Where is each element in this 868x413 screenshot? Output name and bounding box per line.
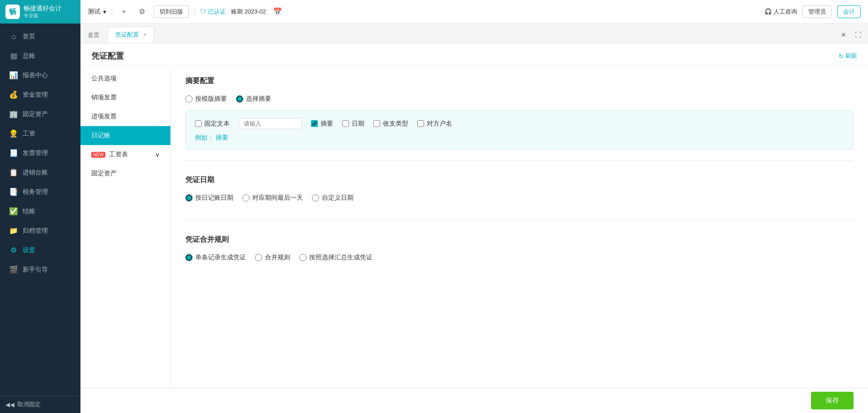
sidebar-item-invoice[interactable]: 🧾 发票管理 <box>0 143 80 163</box>
checkbox-counterparty[interactable] <box>417 120 424 127</box>
date-option-diary[interactable]: 按日记账日期 <box>185 194 233 202</box>
sidebar-item-archive[interactable]: 📁 归档管理 <box>0 221 80 240</box>
certified-badge: 🛡 已认证 <box>200 8 226 16</box>
pin-left-icon: ◀◀ <box>5 401 14 408</box>
sales-icon: 📋 <box>9 168 18 177</box>
bottom-bar: 保存 <box>80 388 868 413</box>
checkbox-summary[interactable] <box>311 120 318 127</box>
option-fixed-text[interactable]: 固定文本 <box>195 120 230 128</box>
option-counterparty[interactable]: 对方户名 <box>417 120 452 128</box>
add-button[interactable]: + <box>118 5 130 18</box>
date-section: 凭证日期 按日记账日期 对应期间最后一天 自定义日期 <box>185 175 854 221</box>
merge-title: 凭证合并规则 <box>185 235 854 244</box>
date-radio-group: 按日记账日期 对应期间最后一天 自定义日期 <box>185 194 854 202</box>
sidebar-label-payroll: 工资 <box>23 130 35 138</box>
option-date[interactable]: 日期 <box>342 120 364 128</box>
fullscreen-icon[interactable]: ⛶ <box>852 28 864 41</box>
sidebar-label-assets: 固定资产 <box>23 110 48 118</box>
tab-home[interactable]: 首页 <box>80 28 107 43</box>
merge-radio-summary[interactable] <box>299 254 307 261</box>
left-nav-diary[interactable]: 日记账 <box>80 126 170 145</box>
merge-option-summary[interactable]: 按照选择汇总生成凭证 <box>299 253 373 262</box>
left-nav-purchase-label: 进项发票 <box>91 113 117 120</box>
left-nav-payroll[interactable]: NEW 工资表 ∨ <box>80 145 170 164</box>
logo-icon: 畅 <box>5 5 20 19</box>
sidebar-item-assets[interactable]: 🏢 固定资产 <box>0 104 80 124</box>
assets-icon: 🏢 <box>9 110 18 118</box>
tab-home-label: 首页 <box>88 32 99 38</box>
close-period-icon: ✅ <box>9 207 18 216</box>
old-version-button[interactable]: 切到旧版 <box>154 5 189 18</box>
checkbox-fixed-text[interactable] <box>195 120 202 127</box>
summary-option-template[interactable]: 按模版摘要 <box>185 95 227 103</box>
close-tab-icon[interactable]: ✕ <box>837 28 850 41</box>
option-summary[interactable]: 摘要 <box>311 120 333 128</box>
invoice-icon: 🧾 <box>9 149 18 157</box>
left-nav-public[interactable]: 公共选项 <box>80 69 170 88</box>
sidebar-item-guide[interactable]: 🎬 新手引导 <box>0 260 80 279</box>
sidebar-item-sales[interactable]: 📋 进销台账 <box>0 163 80 182</box>
left-nav-assets-label: 固定资产 <box>91 169 117 177</box>
sidebar-item-close[interactable]: ✅ 结账 <box>0 202 80 221</box>
merge-summary-label: 按照选择汇总生成凭证 <box>309 253 373 262</box>
certified-label: 已认证 <box>208 8 226 16</box>
fixed-text-input[interactable] <box>239 118 302 129</box>
shield-icon: 🛡 <box>200 8 206 15</box>
sidebar-bottom: ◀◀ 取消固定 <box>0 395 80 413</box>
date-option-custom[interactable]: 自定义日期 <box>312 194 354 202</box>
admin-button[interactable]: 管理员 <box>802 5 832 18</box>
calendar-icon[interactable]: 📅 <box>271 5 284 18</box>
refresh-button[interactable]: ↻ 刷新 <box>839 52 857 60</box>
merge-option-single[interactable]: 单条记录生成凭证 <box>185 253 246 262</box>
merge-option-rule[interactable]: 合并规则 <box>255 253 290 262</box>
refresh-label: 刷新 <box>845 52 857 60</box>
left-nav-sales-label: 销项发票 <box>91 94 117 101</box>
sidebar-label-settings: 设置 <box>23 246 35 254</box>
sidebar-item-ledger[interactable]: ▤ 总账 <box>0 46 80 66</box>
save-button[interactable]: 保存 <box>811 392 854 409</box>
topbar-right: 🎧 人工咨询 管理员 会计 <box>764 5 861 18</box>
topbar-settings-icon[interactable]: ⚙ <box>136 5 148 18</box>
date-option-last-day[interactable]: 对应期间最后一天 <box>242 194 303 202</box>
sidebar-item-home[interactable]: ⌂ 首页 <box>0 27 80 46</box>
date-radio-custom[interactable] <box>312 194 319 202</box>
date-radio-diary[interactable] <box>185 194 193 202</box>
merge-radio-single[interactable] <box>185 254 193 261</box>
option-income-type[interactable]: 收支类型 <box>373 120 408 128</box>
company-selector[interactable]: 测试 ▾ <box>88 8 106 16</box>
consulting-button[interactable]: 🎧 人工咨询 <box>764 8 797 16</box>
merge-radio-group: 单条记录生成凭证 合并规则 按照选择汇总生成凭证 <box>185 253 854 262</box>
topbar: 测试 ▾ + ⚙ 切到旧版 🛡 已认证 账期 2023-02 📅 🎧 人工咨询 … <box>80 0 868 23</box>
accountant-button[interactable]: 会计 <box>837 5 861 18</box>
sidebar-item-report[interactable]: 📊 报表中心 <box>0 66 80 85</box>
date-custom-label: 自定义日期 <box>322 194 354 202</box>
summary-radio-template[interactable] <box>185 95 193 103</box>
new-badge: NEW <box>91 152 105 158</box>
tab-close-icon[interactable]: × <box>143 32 146 38</box>
left-nav-purchase-invoice[interactable]: 进项发票 <box>80 107 170 126</box>
summary-radio-select[interactable] <box>236 95 243 103</box>
summary-config-box: 固定文本 摘要 日期 收支类型 <box>185 110 854 150</box>
date-radio-last-day[interactable] <box>242 194 250 202</box>
ledger-icon: ▤ <box>9 52 18 60</box>
checkbox-date[interactable] <box>342 120 349 127</box>
sidebar-item-payroll[interactable]: 👷 工资 <box>0 124 80 143</box>
consulting-label: 人工咨询 <box>774 8 797 16</box>
left-nav-fixed-assets[interactable]: 固定资产 <box>80 164 170 183</box>
cancel-fixed-btn[interactable]: ◀◀ 取消固定 <box>5 400 75 408</box>
finance-icon: 💰 <box>9 90 18 99</box>
summary-select-label: 选择摘要 <box>246 95 271 103</box>
sidebar-item-settings[interactable]: ⚙ 设置 <box>0 240 80 260</box>
checkbox-income-type[interactable] <box>373 120 380 127</box>
home-icon: ⌂ <box>9 33 18 41</box>
tab-voucher-config[interactable]: 凭证配置 × <box>108 27 154 43</box>
company-name: 测试 <box>88 8 100 16</box>
sidebar-item-tax[interactable]: 📑 税务管理 <box>0 182 80 202</box>
sidebar: 畅 畅捷通好会计 专业版 ⌂ 首页 ▤ 总账 📊 报表中心 💰 资金管理 🏢 固… <box>0 0 80 413</box>
sidebar-item-finance[interactable]: 💰 资金管理 <box>0 85 80 104</box>
summary-option-select[interactable]: 选择摘要 <box>236 95 271 103</box>
summary-options: 固定文本 摘要 日期 收支类型 <box>195 118 844 129</box>
merge-radio-rule[interactable] <box>255 254 262 261</box>
left-nav-sales-invoice[interactable]: 销项发票 <box>80 88 170 107</box>
payroll-icon: 👷 <box>9 129 18 138</box>
